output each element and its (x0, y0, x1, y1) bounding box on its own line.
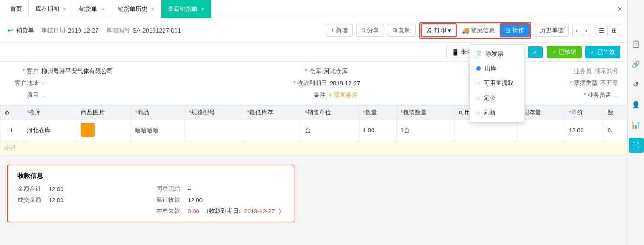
ticket-field: 票据类型 不开票 (570, 79, 618, 87)
customer-field: 客户 柳州粤港平安气体有限公司 (9, 67, 292, 75)
sidebar-expand-icon[interactable]: ⛶ (629, 138, 644, 153)
product-image (81, 123, 95, 137)
history-button[interactable]: 历史单据 (535, 24, 569, 37)
toolbar-row: 📱 来自手机 未开票 ✓ ✓ 已核销 ✓ 已生效 (0, 43, 627, 62)
prev-button[interactable]: ‹ (572, 25, 581, 36)
dropdown-locate[interactable]: ○ 定位 (470, 91, 524, 105)
row-current-stock[interactable] (517, 120, 565, 141)
tab-history-close[interactable]: × (151, 6, 154, 12)
row-unit-price[interactable]: 12.00 (565, 120, 604, 141)
subtotal-label: 小计 (0, 141, 627, 155)
dropdown-menu: ☑ 添发票 出库 ○ 可用量提取 ○ 定位 ○ 刷新 (469, 44, 525, 122)
row-pkg-qty[interactable]: 1台 (396, 120, 454, 141)
row-amount[interactable]: 0. (604, 120, 627, 141)
operate-button[interactable]: ⊞ 操作 (500, 23, 530, 37)
sidebar-link-icon[interactable]: 🔗 (629, 57, 644, 72)
next-button[interactable]: › (582, 25, 590, 36)
payment-due-note: （收款到期日: (203, 207, 241, 215)
data-table: ⚙ *仓库 商品图片 *商品 *规格型号 *最低库存 *销售单位 *数量 *包装… (0, 105, 627, 155)
row-min-stock[interactable] (243, 120, 301, 141)
address-value[interactable]: -- (41, 80, 45, 87)
form-row-1: 客户 柳州粤港平安气体有限公司 仓库 河北仓库 业务员 演示账号 (9, 67, 618, 75)
form-section: 客户 柳州粤港平安气体有限公司 仓库 河北仓库 业务员 演示账号 客户地址 --… (0, 62, 627, 105)
sidebar-refresh-icon[interactable]: ↺ (629, 77, 644, 92)
tab-history-label: 销货单历史 (118, 5, 147, 13)
new-button[interactable]: + 新增 (326, 24, 353, 37)
payment-cumulative-item: 累计收款 12.00 (156, 196, 284, 204)
dropdown-refresh[interactable]: ○ 刷新 (470, 105, 524, 120)
tab-view-sales[interactable]: 查看销货单 × (161, 0, 211, 18)
tab-sales-order[interactable]: 销货单 × (73, 0, 111, 18)
tab-home-label: 首页 (10, 5, 22, 13)
table-row: 1 河北仓库 嘻嘻嘻嘻 台 1.00 1台 12.00 0. (0, 120, 627, 141)
staff-field: 业务员 演示账号 (574, 67, 618, 75)
sidebar-doc-icon[interactable]: 📋 (629, 37, 644, 51)
col-spec: *规格型号 (185, 106, 243, 120)
payment-deal-value: 12.00 (49, 197, 64, 204)
row-spec[interactable] (185, 120, 243, 141)
table-header-row: ⚙ *仓库 商品图片 *商品 *规格型号 *最低库存 *销售单位 *数量 *包装… (0, 106, 627, 120)
tab-inventory-label: 库存期初 (35, 5, 59, 13)
print-dropdown-arrow: ▾ (448, 27, 451, 34)
payment-date-value[interactable]: 2019-12-27 (330, 80, 361, 87)
tab-sales-history[interactable]: 销货单历史 × (111, 0, 161, 18)
staff-value: 演示账号 (594, 67, 618, 75)
logistics-button[interactable]: 🚚 物流信息 (457, 23, 500, 37)
effective-button[interactable]: ✓ 已生效 (585, 46, 620, 58)
check-button[interactable]: ✓ (528, 46, 543, 58)
tab-home[interactable]: 首页 (4, 0, 29, 18)
data-table-wrap: ⚙ *仓库 商品图片 *商品 *规格型号 *最低库存 *销售单位 *数量 *包装… (0, 105, 627, 155)
sidebar-user-icon[interactable]: 👤 (629, 97, 644, 112)
row-available[interactable] (455, 120, 517, 141)
col-warehouse: *仓库 (23, 106, 77, 120)
address-field: 客户地址 -- (9, 79, 289, 87)
sold-out-button[interactable]: ✓ 已核销 (547, 46, 582, 58)
sidebar-chart-icon[interactable]: 📊 (629, 118, 644, 132)
tab-sales-label: 销货单 (79, 5, 97, 13)
payment-due-date: 2019-12-27 (244, 208, 275, 215)
doc-meta-section: 单据日期 2019-12-27 单据编号 SA-20191227-001 (41, 26, 181, 34)
customer-value[interactable]: 柳州粤港平安气体有限公司 (41, 67, 113, 75)
tab-inventory-init[interactable]: 库存期初 × (29, 0, 73, 18)
dropdown-available-qty[interactable]: ○ 可用量提取 (470, 76, 524, 91)
row-warehouse: 河北仓库 (23, 120, 77, 141)
warehouse-label: 仓库 (295, 67, 321, 75)
row-unit[interactable]: 台 (301, 120, 359, 141)
payment-total-value: 12.00 (49, 186, 64, 193)
row-qty[interactable]: 1.00 (359, 120, 396, 141)
col-unit-price: *单价 (565, 106, 604, 120)
copy-button[interactable]: ⧉ 复制 (388, 24, 416, 37)
col-settings[interactable]: ⚙ (0, 106, 23, 120)
payment-cumulative-value: 12.00 (187, 197, 203, 204)
col-min-stock: *最低库存 (243, 106, 301, 120)
tab-view-close[interactable]: × (201, 6, 204, 12)
payment-deal-label: 成交金额 (17, 196, 45, 204)
list-view-button[interactable]: ☰ (596, 25, 608, 36)
effective-label: 已生效 (597, 48, 615, 56)
window-close-button[interactable]: × (618, 5, 622, 13)
project-value[interactable]: -- (41, 92, 45, 99)
col-qty: *数量 (359, 106, 396, 120)
payment-due-item: 本单欠款 0.00 （收款到期日: 2019-12-27 ） (156, 207, 284, 215)
add-remark-button[interactable]: + 添加备注 (328, 91, 357, 99)
share-label: 分享 (367, 26, 379, 34)
payment-box: 收款信息 金额合计 12.00 同单现结 -- 成交金额 12.00 累计收款 … (7, 165, 294, 222)
tab-inventory-close[interactable]: × (63, 6, 66, 12)
payment-grid: 金额合计 12.00 同单现结 -- 成交金额 12.00 累计收款 12.00 (17, 185, 284, 215)
tab-sales-close[interactable]: × (101, 6, 104, 12)
print-button[interactable]: 🖨 打印 ▾ (421, 23, 457, 37)
payment-section: 收款信息 金额合计 12.00 同单现结 -- 成交金额 12.00 累计收款 … (0, 155, 627, 232)
doc-icon: ↩ (7, 26, 13, 34)
row-product[interactable]: 嘻嘻嘻嘻 (131, 120, 185, 141)
grid-view-button[interactable]: ⊞ (609, 25, 620, 36)
share-button[interactable]: ⎙ 分享 (356, 24, 384, 37)
dropdown-add-invoice[interactable]: ☑ 添发票 (470, 46, 524, 61)
doc-date-item: 单据日期 2019-12-27 (41, 26, 99, 34)
payment-due-value: 0.00 (187, 208, 199, 215)
warehouse-value[interactable]: 河北仓库 (324, 67, 348, 75)
operate-icon: ⊞ (505, 27, 510, 34)
check-sold-icon: ✓ (552, 49, 557, 56)
refresh-icon: ○ (476, 109, 480, 116)
dropdown-outbound[interactable]: 出库 (470, 61, 524, 76)
check-effective-icon: ✓ (590, 49, 595, 56)
